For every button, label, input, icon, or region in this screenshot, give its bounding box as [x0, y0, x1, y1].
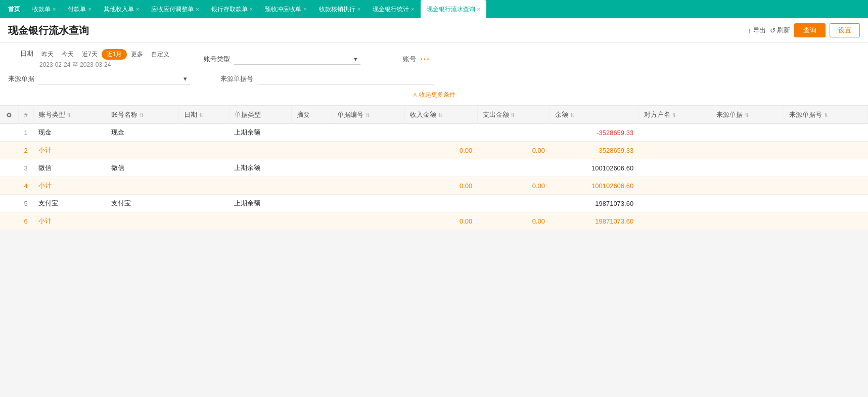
row-num: 1	[18, 124, 33, 142]
nav-tab-bank-deposit[interactable]: 银行存取款单 ×	[205, 0, 259, 18]
filter-collapse-bar[interactable]: ∧ 收起更多条件	[8, 89, 860, 101]
account-type-select[interactable]: ▾	[234, 54, 360, 65]
export-icon: ↑	[748, 27, 752, 34]
row-settings-cell	[0, 212, 18, 230]
sort-date-icon: ⇅	[199, 112, 203, 118]
table-row[interactable]: 4 小计 0.00 0.00 100102606.60	[0, 177, 868, 195]
row-income: 0.00	[405, 212, 478, 230]
row-income	[405, 159, 478, 177]
row-account-name: 现金	[106, 124, 179, 142]
date-btn-yesterday[interactable]: 昨天	[37, 49, 58, 60]
row-settings-cell	[0, 159, 18, 177]
row-doc-type	[229, 177, 292, 195]
close-other-income-icon[interactable]: ×	[136, 6, 139, 12]
row-num: 4	[18, 177, 33, 195]
close-pre-receive-icon[interactable]: ×	[303, 6, 306, 12]
row-balance: -3528659.33	[550, 124, 638, 142]
nav-tab-home[interactable]: 首页	[2, 0, 26, 18]
date-btn-7days[interactable]: 近7天	[78, 49, 102, 60]
col-doc-no[interactable]: 单据编号 ⇅	[332, 106, 405, 124]
row-summary	[292, 212, 332, 230]
col-balance[interactable]: 余额 ⇅	[550, 106, 638, 124]
row-income: 0.00	[405, 177, 478, 195]
row-source-doc-no	[784, 195, 868, 212]
row-num: 3	[18, 159, 33, 177]
row-source-doc-no	[784, 159, 868, 177]
row-doc-no	[332, 142, 405, 159]
row-counterpart	[638, 142, 711, 159]
account-dots[interactable]: ···	[420, 55, 430, 64]
sort-income-icon: ⇅	[438, 112, 442, 118]
close-stats-icon[interactable]: ×	[411, 6, 414, 12]
table-settings-gear-icon[interactable]: ⚙	[6, 111, 12, 119]
filter-area: 日期 昨天 今天 近7天 近1月 更多 自定义 2023-02-24 至 202…	[0, 43, 868, 106]
close-verify-icon[interactable]: ×	[357, 6, 360, 12]
close-payment-icon[interactable]: ×	[88, 6, 91, 12]
row-balance: -3528659.33	[550, 142, 638, 159]
close-adjust-icon[interactable]: ×	[196, 6, 199, 12]
col-account-type-label: 账号类型	[39, 111, 65, 118]
nav-tab-verify[interactable]: 收款核销执行 ×	[313, 0, 367, 18]
row-source-doc-no	[784, 212, 868, 230]
table-row[interactable]: 3 微信 微信 上期余额 100102606.60	[0, 159, 868, 177]
col-source-doc[interactable]: 来源单据 ⇅	[711, 106, 784, 124]
filter-row-date: 日期 昨天 今天 近7天 近1月 更多 自定义 2023-02-24 至 202…	[8, 49, 860, 69]
nav-tab-adjust[interactable]: 应收应付调整单 ×	[145, 0, 205, 18]
row-doc-type	[229, 212, 292, 230]
nav-tab-other-income[interactable]: 其他收入单 ×	[98, 0, 145, 18]
table-header-row: ⚙ # 账号类型 ⇅ 账号名称 ⇅ 日期 ⇅ 单据类型	[0, 106, 868, 124]
row-doc-type: 上期余额	[229, 159, 292, 177]
row-doc-no	[332, 124, 405, 142]
close-cashflow-icon[interactable]: ×	[477, 6, 480, 12]
row-source-doc	[711, 212, 784, 230]
row-account-type: 小计	[33, 177, 106, 195]
row-account-type: 小计	[33, 212, 106, 230]
row-account-type: 支付宝	[33, 195, 106, 212]
row-account-name: 微信	[106, 159, 179, 177]
row-expense: 0.00	[477, 212, 550, 230]
query-button[interactable]: 查询	[794, 23, 826, 37]
date-btn-custom[interactable]: 自定义	[147, 49, 173, 60]
col-source-doc-no[interactable]: 来源单据号 ⇅	[784, 106, 868, 124]
table-row[interactable]: 1 现金 现金 上期余额 -3528659.33	[0, 124, 868, 142]
export-button[interactable]: ↑ 导出	[748, 26, 766, 35]
close-receipt-icon[interactable]: ×	[53, 6, 56, 12]
row-source-doc	[711, 159, 784, 177]
row-doc-no	[332, 159, 405, 177]
nav-tab-stats[interactable]: 现金银行统计 ×	[367, 0, 420, 18]
col-account-name[interactable]: 账号名称 ⇅	[106, 106, 179, 124]
settings-button[interactable]: 设置	[830, 23, 860, 37]
source-doc-no-input[interactable]	[257, 73, 434, 84]
nav-tab-payment[interactable]: 付款单 ×	[62, 0, 97, 18]
nav-tab-cashflow[interactable]: 现金银行流水查询 ×	[421, 0, 486, 18]
row-summary	[292, 159, 332, 177]
date-btn-1month[interactable]: 近1月	[102, 49, 127, 60]
table-row[interactable]: 6 小计 0.00 0.00 19871073.60	[0, 212, 868, 230]
col-counterpart[interactable]: 对方户名 ⇅	[638, 106, 711, 124]
col-income[interactable]: 收入金额 ⇅	[405, 106, 478, 124]
account-type-chevron-icon: ▾	[354, 55, 357, 63]
date-filters: 昨天 今天 近7天 近1月 更多 自定义	[37, 49, 173, 60]
row-date	[178, 212, 229, 230]
date-btn-more[interactable]: 更多	[127, 49, 147, 60]
nav-tab-receipt[interactable]: 收款单 ×	[26, 0, 62, 18]
table-row[interactable]: 2 小计 0.00 0.00 -3528659.33	[0, 142, 868, 159]
col-balance-label: 余额	[555, 111, 568, 118]
col-account-type[interactable]: 账号类型 ⇅	[33, 106, 106, 124]
row-settings-cell	[0, 124, 18, 142]
col-expense[interactable]: 支出金额 ⇅	[477, 106, 550, 124]
col-settings[interactable]: ⚙	[0, 106, 18, 124]
refresh-button[interactable]: ↺ 刷新	[770, 26, 790, 35]
close-bank-deposit-icon[interactable]: ×	[250, 6, 253, 12]
col-date[interactable]: 日期 ⇅	[178, 106, 229, 124]
header-actions: ↑ 导出 ↺ 刷新 查询 设置	[748, 23, 860, 37]
col-summary: 摘要	[292, 106, 332, 124]
date-btn-today[interactable]: 今天	[58, 49, 78, 60]
table-row[interactable]: 5 支付宝 支付宝 上期余额 19871073.60	[0, 195, 868, 212]
filter-row-source: 来源单据 ▾ 来源单据号	[8, 73, 860, 84]
source-doc-select[interactable]: ▾	[38, 73, 190, 84]
nav-tab-pre-receive[interactable]: 预收冲应收单 ×	[259, 0, 312, 18]
row-summary	[292, 177, 332, 195]
date-range-display: 2023-02-24 至 2023-03-24	[39, 61, 173, 69]
row-date	[178, 195, 229, 212]
